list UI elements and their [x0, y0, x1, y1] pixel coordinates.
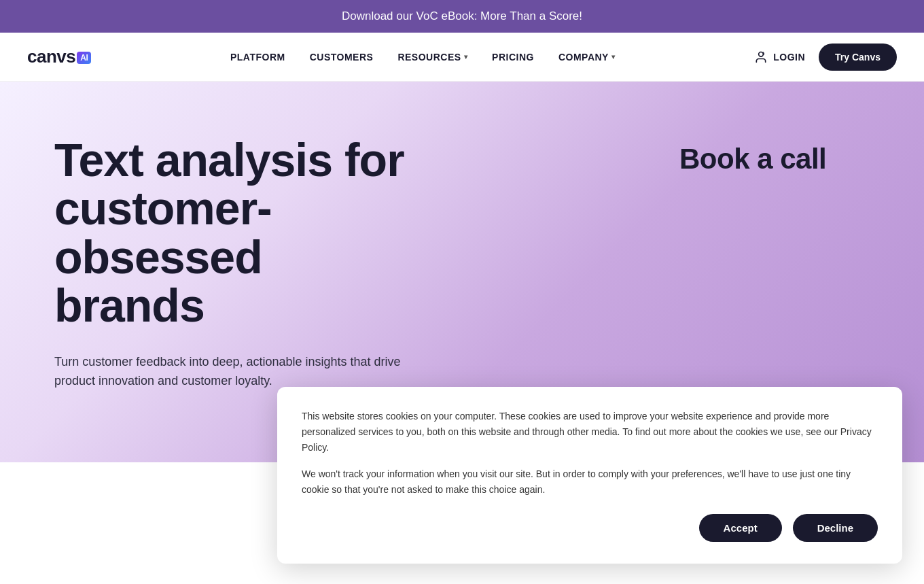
login-button[interactable]: LOGIN — [754, 50, 805, 64]
logo-ai-badge: AI — [77, 52, 91, 64]
person-icon — [754, 50, 768, 64]
navbar: canvsAI PLATFORM CUSTOMERS RESOURCES ▾ P… — [0, 33, 924, 82]
cookie-buttons: Accept Decline — [302, 514, 878, 542]
hero-left: Text analysis for customer-obsessed bran… — [54, 136, 462, 391]
hero-title: Text analysis for customer-obsessed bran… — [54, 136, 462, 330]
cookie-decline-button[interactable]: Decline — [793, 514, 878, 542]
cookie-accept-button[interactable]: Accept — [699, 514, 782, 542]
book-call-title[interactable]: Book a call — [679, 143, 870, 175]
hero-right: Book a call — [679, 136, 870, 175]
cookie-banner: This website stores cookies on your comp… — [277, 387, 902, 564]
resources-chevron-icon: ▾ — [464, 53, 468, 61]
top-banner[interactable]: Download our VoC eBook: More Than a Scor… — [0, 0, 924, 33]
nav-links: PLATFORM CUSTOMERS RESOURCES ▾ PRICING C… — [230, 52, 616, 63]
svg-point-0 — [759, 52, 764, 56]
nav-pricing[interactable]: PRICING — [492, 52, 534, 63]
logo[interactable]: canvsAI — [27, 46, 91, 67]
try-canvs-button[interactable]: Try Canvs — [819, 44, 897, 71]
logo-text: canvsAI — [27, 46, 91, 67]
cookie-text-2: We won't track your information when you… — [302, 466, 878, 498]
company-chevron-icon: ▾ — [611, 53, 616, 61]
nav-resources[interactable]: RESOURCES ▾ — [397, 52, 467, 63]
nav-right: LOGIN Try Canvs — [754, 44, 897, 71]
nav-company[interactable]: COMPANY ▾ — [558, 52, 616, 63]
nav-platform[interactable]: PLATFORM — [230, 52, 285, 63]
cookie-text-1: This website stores cookies on your comp… — [302, 409, 878, 456]
hero-subtitle: Turn customer feedback into deep, action… — [54, 352, 408, 392]
nav-customers[interactable]: CUSTOMERS — [310, 52, 374, 63]
